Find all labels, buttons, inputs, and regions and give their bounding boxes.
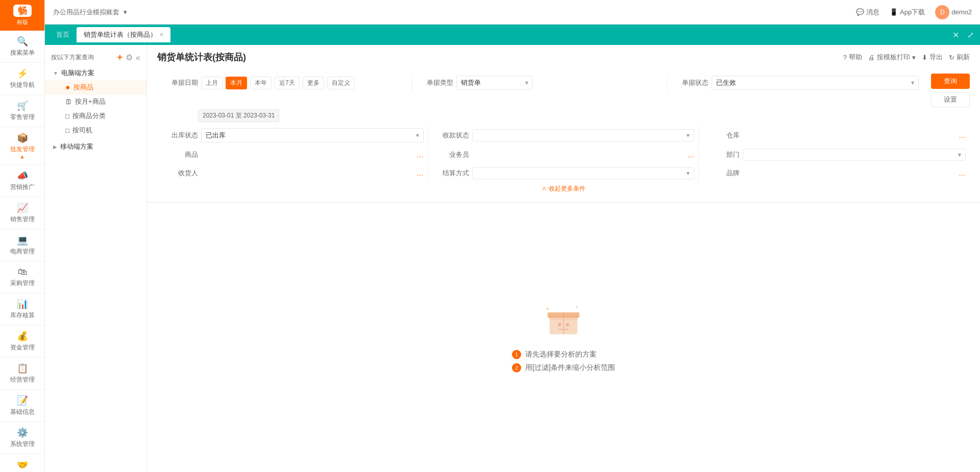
filter-grid-row4: 收货人 … 结算方式 ▾ 品牌 xyxy=(157,165,970,181)
help-btn[interactable]: ? 帮助 xyxy=(843,53,862,62)
tab-current[interactable]: 销货单统计表（按商品） × xyxy=(77,27,170,42)
app-download-btn[interactable]: 📱 App下载 xyxy=(890,8,925,17)
sidebar-item-quick-nav[interactable]: ⚡ 快捷导航 xyxy=(0,63,44,95)
user-name: demo2 xyxy=(951,8,972,16)
tree-desktop-label: 电脑端方案 xyxy=(61,68,94,78)
sidebar-item-operations[interactable]: 📋 经营管理 xyxy=(0,358,44,390)
date-btn-custom[interactable]: 自定义 xyxy=(327,77,355,89)
right-panel: 销货单统计表(按商品) ? 帮助 🖨 按模板打印 ▾ ⬇ 导出 xyxy=(147,45,980,472)
filter-brand-cell: 品牌 … xyxy=(699,165,970,181)
sidebar-item-basic[interactable]: 📝 基础信息 xyxy=(0,390,44,422)
add-scheme-btn[interactable]: + xyxy=(117,52,123,63)
tab-home[interactable]: 首页 xyxy=(49,27,77,42)
collapse-filter-btn[interactable]: ∧ 收起更多条件 xyxy=(157,181,970,196)
filter-warehouse-cell: 仓库 … xyxy=(699,126,970,145)
collapse-panel-btn[interactable]: « xyxy=(136,53,140,62)
wholesale-icon: 📦 xyxy=(17,132,28,144)
sidebar-item-retail[interactable]: 🛒 零售管理 xyxy=(0,95,44,127)
tab-bar-actions: ✕ ⤢ xyxy=(950,28,976,42)
sidebar-item-search[interactable]: 🔍 搜索菜单 xyxy=(0,31,44,63)
warehouse-dots[interactable]: … xyxy=(959,131,966,139)
sidebar-item-marketing[interactable]: 📣 营销推广 xyxy=(0,165,44,197)
message-btn[interactable]: 💬 消息 xyxy=(856,8,879,17)
query-btn[interactable]: 查询 xyxy=(931,74,970,89)
operations-icon: 📋 xyxy=(17,363,28,374)
staff-dots[interactable]: … xyxy=(687,151,694,159)
receiver-dots[interactable]: … xyxy=(416,169,424,177)
doc-type-select[interactable]: 销货单 ▾ xyxy=(456,76,533,90)
payment-arrow: ▾ xyxy=(687,170,690,177)
tree-item-by-goods[interactable]: ● 按商品 xyxy=(45,80,146,95)
date-btn-7days[interactable]: 近7天 xyxy=(275,77,300,89)
settings-btn[interactable]: 设置 xyxy=(931,92,970,107)
content-area: 按以下方案查询 + ⚙ « ▼ 电脑端方案 ● 按商品 🗓 按月+商品 xyxy=(45,45,980,472)
sidebar-item-enterprise[interactable]: 🤝 企业协同 xyxy=(0,454,44,472)
receive-status-select[interactable]: ▾ xyxy=(472,129,695,141)
sidebar-item-label: 电商管理 xyxy=(10,247,35,256)
tree-mobile-group[interactable]: ▶ 移动端方案 xyxy=(45,139,146,154)
header-actions: 💬 消息 📱 App下载 D demo2 xyxy=(856,5,972,19)
user-menu[interactable]: D demo2 xyxy=(935,5,972,19)
out-status-select[interactable]: 已出库 ▾ xyxy=(201,128,424,143)
sidebar-item-label: 快捷导航 xyxy=(10,81,35,89)
message-icon: 💬 xyxy=(856,8,864,16)
filter-grid-row2: 出库状态 已出库 ▾ 收款状态 ▾ 仓库 xyxy=(157,126,970,145)
sidebar-item-sales[interactable]: 📈 销售管理 xyxy=(0,197,44,229)
print-btn[interactable]: 🖨 按模板打印 ▾ xyxy=(868,53,916,62)
tree-item-icon: □ xyxy=(65,127,69,134)
brand-dots[interactable]: … xyxy=(959,169,966,177)
page-title: 销货单统计表(按商品) xyxy=(157,51,246,63)
sidebar-item-label: 基础信息 xyxy=(10,408,35,416)
sidebar: 畅 标版 🔍 搜索菜单 ⚡ 快捷导航 🛒 零售管理 📦 批发管理 ▲ 📣 营销推… xyxy=(0,0,45,472)
step-2-num: 2 xyxy=(512,363,521,372)
settings-scheme-btn[interactable]: ⚙ xyxy=(126,53,133,62)
sidebar-item-label: 库存核算 xyxy=(10,311,35,320)
tab-close-btn[interactable]: × xyxy=(160,31,163,38)
sidebar-item-ecommerce[interactable]: 💻 电商管理 xyxy=(0,229,44,262)
refresh-btn[interactable]: ↻ 刷新 xyxy=(949,53,970,62)
sidebar-item-finance[interactable]: 💰 资金管理 xyxy=(0,325,44,358)
date-range-row: 2023-03-01 至 2023-03-31 xyxy=(157,107,970,124)
export-btn[interactable]: ⬇ 导出 xyxy=(922,53,943,62)
tree-item-by-month-goods[interactable]: 🗓 按月+商品 xyxy=(45,95,146,109)
brand-label: 品牌 xyxy=(703,169,740,178)
doc-status-select[interactable]: 已生效 ▾ xyxy=(712,76,919,90)
sidebar-item-system[interactable]: ⚙️ 系统管理 xyxy=(0,422,44,454)
payment-select[interactable]: ▾ xyxy=(472,167,695,179)
sidebar-item-wholesale[interactable]: 📦 批发管理 ▲ xyxy=(0,127,44,165)
left-panel: 按以下方案查询 + ⚙ « ▼ 电脑端方案 ● 按商品 🗓 按月+商品 xyxy=(45,45,147,472)
sidebar-item-purchase[interactable]: 🛍 采购管理 xyxy=(0,262,44,293)
date-btn-last-month[interactable]: 上月 xyxy=(201,77,223,89)
svg-point-5 xyxy=(566,323,569,326)
tree-item-by-category[interactable]: □ 按商品分类 xyxy=(45,109,146,123)
export-label: 导出 xyxy=(929,53,943,62)
filter-date-cell: 单据日期 上月 本月 本年 近7天 更多 自定义 xyxy=(157,74,412,92)
goods-dots[interactable]: … xyxy=(416,151,424,159)
date-btn-more[interactable]: 更多 xyxy=(303,77,324,89)
brand-input-wrapper: … xyxy=(743,169,966,177)
filter-grid-row3: 商品 … 业务员 … 部门 xyxy=(157,147,970,163)
tree-item-label: 按月+商品 xyxy=(75,97,106,106)
date-btn-this-month[interactable]: 本月 xyxy=(226,77,247,89)
industry-dropdown-arrow[interactable]: ▾ xyxy=(124,8,127,16)
date-range-value[interactable]: 2023-03-01 至 2023-03-31 xyxy=(198,109,279,122)
tree-item-by-cashier[interactable]: □ 按司机 xyxy=(45,123,146,137)
tab-expand-btn[interactable]: ⤢ xyxy=(965,28,976,42)
empty-box-icon: ✦ ✦ ✦ xyxy=(543,302,584,338)
tree-desktop-group[interactable]: ▼ 电脑端方案 xyxy=(45,66,146,80)
collapse-label: ∧ 收起更多条件 xyxy=(542,184,585,193)
sidebar-item-inventory[interactable]: 📊 库存核算 xyxy=(0,293,44,325)
dept-select[interactable]: ▾ xyxy=(743,149,966,161)
tab-close-window-btn[interactable]: ✕ xyxy=(950,28,961,42)
tree-item-icon: ● xyxy=(65,83,70,92)
marketing-icon: 📣 xyxy=(17,170,28,181)
main-area: 办公用品行业模拟账套 ▾ 💬 消息 📱 App下载 D demo2 首页 xyxy=(45,0,980,472)
expand-arrow: ▲ xyxy=(20,154,25,159)
refresh-icon: ↻ xyxy=(949,54,954,61)
receive-status-label: 收款状态 xyxy=(432,131,469,140)
svg-text:✦: ✦ xyxy=(546,306,550,312)
date-btn-this-year[interactable]: 本年 xyxy=(250,77,272,89)
doc-type-arrow: ▾ xyxy=(525,79,528,86)
tree-item-label: 按司机 xyxy=(72,126,92,135)
empty-icon-wrapper: ✦ ✦ ✦ xyxy=(543,302,584,340)
